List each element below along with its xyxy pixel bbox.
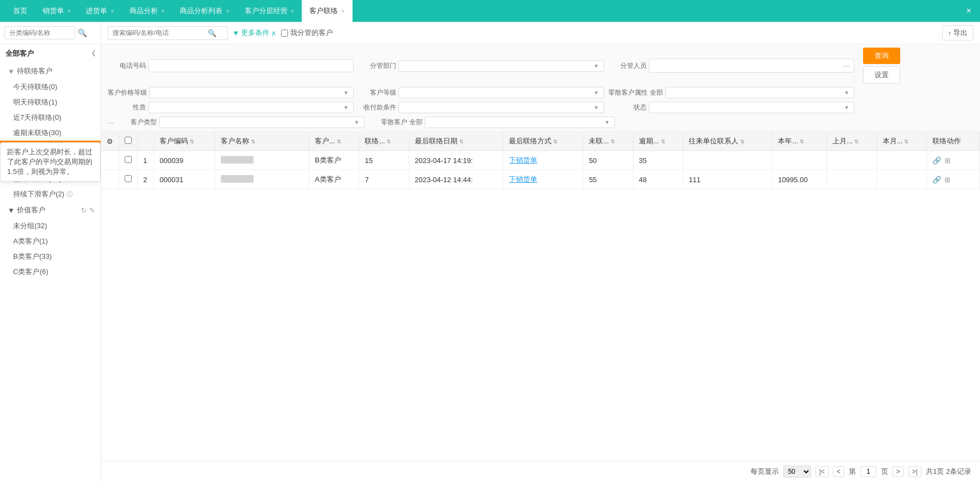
close-product-list-icon[interactable]: ×: [226, 8, 229, 14]
first-page-button[interactable]: |<: [815, 466, 829, 477]
date-sort-icon[interactable]: ⇅: [459, 138, 463, 144]
last-method-link-1[interactable]: 下销货单: [509, 156, 537, 164]
sidebar-search-icon[interactable]: 🔍: [78, 28, 87, 37]
last-month-sort-icon[interactable]: ⇅: [854, 138, 859, 144]
nav-customer-contact[interactable]: 客户联络 ×: [302, 0, 352, 22]
sidebar-item-today[interactable]: 今天待联络(0): [0, 79, 101, 95]
this-year-sort-icon[interactable]: ⇅: [800, 138, 804, 144]
prev-page-button[interactable]: <: [833, 466, 844, 477]
nav-product-analysis-list[interactable]: 商品分析列表 ×: [172, 0, 237, 22]
code-sort-icon[interactable]: ⇅: [190, 138, 194, 144]
row4-dots[interactable]: ···: [108, 118, 114, 127]
payment-select[interactable]: ▼: [398, 102, 604, 113]
last-method-link-2[interactable]: 下销货单: [509, 175, 537, 183]
my-customers-checkbox[interactable]: 我分管的客户: [281, 28, 333, 38]
sidebar-item-c-class[interactable]: C类客户(6): [0, 264, 101, 280]
unread-sort-icon[interactable]: ⇅: [611, 138, 615, 144]
manager-select[interactable]: ···: [649, 59, 854, 73]
gender-select[interactable]: ▼: [148, 102, 354, 113]
td-last-method-1: 下销货单: [503, 151, 583, 170]
close-customer-contact-icon[interactable]: ×: [341, 8, 344, 14]
close-product-analysis-icon[interactable]: ×: [161, 8, 165, 14]
retail-customer-select[interactable]: ▼: [425, 117, 615, 128]
nav-purchase-order[interactable]: 进货单 ×: [78, 0, 121, 22]
sidebar-item-ungrouped[interactable]: 未分组(32): [0, 218, 101, 234]
close-customer-tier-icon[interactable]: ×: [291, 8, 294, 14]
th-checkbox: [119, 132, 138, 151]
filter-field-manager: 分管人员 ···: [608, 59, 854, 73]
last-page-button[interactable]: >|: [908, 466, 922, 477]
contact-sort-icon[interactable]: ⇅: [386, 138, 391, 144]
td-this-month-1: [877, 151, 926, 170]
nav-home[interactable]: 首页: [5, 0, 35, 22]
gear-icon[interactable]: ⚙: [107, 137, 113, 146]
advanced-filter: 电话号码 分管部门 ▼ 分管人员 ···: [101, 44, 980, 132]
status-select[interactable]: ▼: [649, 102, 854, 113]
customer-search-input[interactable]: [113, 29, 206, 37]
settings-button[interactable]: 设置: [863, 66, 900, 84]
phone-input[interactable]: [148, 59, 354, 72]
manager-dots-icon[interactable]: ···: [843, 61, 849, 70]
action-buttons: 查询 设置: [863, 48, 900, 84]
sidebar-search-input[interactable]: [4, 26, 75, 39]
td-action-1: 🔗 ⊞: [927, 151, 980, 170]
row1-link-icon[interactable]: 🔗: [932, 156, 941, 165]
sidebar-value-customer-group[interactable]: ▼ 价值客户 ↻ ✎: [0, 202, 101, 218]
sidebar: 🔍 全部客户 《 ▼ 待联络客户 今天待联络(0) 明天待联络(1) 近7天待联…: [0, 22, 101, 482]
per-page-select[interactable]: 50 20 100: [783, 466, 811, 478]
department-chevron-icon: ▼: [594, 63, 599, 69]
td-this-year-1: [772, 151, 827, 170]
content-area: 🔍 ▼ 更多条件 ∧ 我分管的客户 ↑ 导出 电话号码: [101, 22, 980, 482]
more-conditions-chevron-icon: ∧: [271, 29, 277, 37]
department-select[interactable]: ▼: [398, 60, 604, 72]
retail-attr-select[interactable]: ▼: [665, 87, 854, 98]
name-sort-icon[interactable]: ⇅: [251, 138, 255, 144]
close-purchase-icon[interactable]: ×: [110, 8, 114, 14]
td-unread-2: 55: [583, 170, 633, 189]
nav-product-analysis[interactable]: 商品分析 ×: [122, 0, 172, 22]
sidebar-item-b-class[interactable]: B类客户(33): [0, 249, 101, 264]
type-sort-icon[interactable]: ⇅: [337, 138, 341, 144]
export-button[interactable]: ↑ 导出: [942, 25, 974, 40]
nav-customer-tier[interactable]: 客户分层经营 ×: [237, 0, 302, 22]
search-icon[interactable]: 🔍: [208, 29, 216, 37]
row2-grid-icon[interactable]: ⊞: [944, 176, 950, 184]
page-number-input[interactable]: [860, 466, 877, 477]
row1-checkbox[interactable]: [125, 156, 132, 163]
th-this-year: 本年... ⇅: [772, 132, 827, 151]
customer-level-select[interactable]: ▼: [398, 87, 604, 98]
select-all-checkbox[interactable]: [125, 137, 132, 144]
sidebar-pending-contact-group[interactable]: ▼ 待联络客户: [0, 63, 101, 79]
nav-sales-order[interactable]: 销货单 ×: [35, 0, 78, 22]
my-customers-check[interactable]: [281, 30, 288, 37]
value-group-edit-icon[interactable]: ✎: [89, 206, 95, 214]
sidebar-item-7days[interactable]: 近7天待联络(0): [0, 110, 101, 125]
window-close-icon[interactable]: ×: [966, 6, 971, 16]
filter-field-payment: 收付款条件 ▼: [358, 102, 604, 113]
filter-row-1: 电话号码 分管部门 ▼ 分管人员 ···: [108, 48, 973, 84]
more-conditions-btn[interactable]: ▼ 更多条件 ∧: [232, 28, 277, 38]
sidebar-item-declining[interactable]: 持续下滑客户(2) ⓘ: [0, 187, 101, 202]
method-sort-icon[interactable]: ⇅: [553, 138, 558, 144]
th-name: 客户名称 ⇅: [215, 132, 309, 151]
row2-link-icon[interactable]: 🔗: [932, 176, 941, 184]
sidebar-item-tomorrow[interactable]: 明天待联络(1): [0, 95, 101, 110]
query-button[interactable]: 查询: [863, 48, 900, 64]
row1-grid-icon[interactable]: ⊞: [944, 156, 950, 165]
pending-arrow-icon: ▼: [8, 67, 15, 76]
value-group-refresh-icon[interactable]: ↻: [81, 206, 87, 214]
sidebar-item-a-class[interactable]: A类客户(1): [0, 234, 101, 249]
this-month-sort-icon[interactable]: ⇅: [904, 138, 908, 144]
sidebar-item-overdue[interactable]: 逾期未联络(30): [0, 125, 101, 141]
contact-person-sort-icon[interactable]: ⇅: [740, 138, 744, 144]
overdue-sort-icon[interactable]: ⇅: [661, 138, 665, 144]
close-sales-order-icon[interactable]: ×: [67, 8, 71, 14]
row1-action-icons: 🔗 ⊞: [932, 156, 974, 165]
next-page-button[interactable]: >: [893, 466, 904, 477]
row2-checkbox[interactable]: [125, 175, 132, 182]
price-level-select[interactable]: ▼: [149, 87, 354, 98]
sidebar-all-customers[interactable]: 全部客户 《: [0, 44, 101, 63]
td-last-month-2: [827, 170, 877, 189]
customer-type-select[interactable]: ▼: [159, 117, 365, 128]
filter-field-department: 分管部门 ▼: [358, 60, 604, 72]
